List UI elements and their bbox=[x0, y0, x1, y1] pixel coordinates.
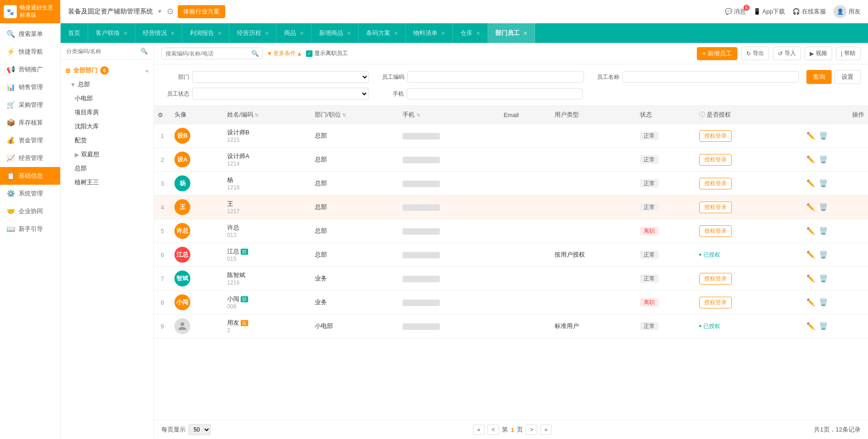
notification-section[interactable]: 💬 6 消息 bbox=[725, 7, 746, 16]
emp-name-input[interactable] bbox=[622, 71, 799, 83]
edit-icon[interactable]: ✏️ bbox=[806, 132, 815, 140]
tab-operations-status[interactable]: 经营情况 ✕ bbox=[135, 23, 182, 43]
search-input[interactable] bbox=[166, 50, 250, 57]
sidebar-item-sales[interactable]: 📊 销售管理 bbox=[0, 78, 60, 96]
edit-icon[interactable]: ✏️ bbox=[806, 179, 815, 188]
edit-icon[interactable]: ✏️ bbox=[806, 155, 815, 164]
sidebar-item-system[interactable]: ⚙️ 系统管理 bbox=[0, 185, 60, 202]
sidebar-item-operations[interactable]: 📈 经营管理 bbox=[0, 149, 60, 167]
delete-icon[interactable]: 🗑️ bbox=[819, 132, 828, 140]
dept-node-zhishu[interactable]: 植树王三 bbox=[61, 175, 153, 189]
auth-login-button[interactable]: 授权登录 bbox=[699, 202, 732, 213]
delete-icon[interactable]: 🗑️ bbox=[819, 227, 828, 235]
edit-icon[interactable]: ✏️ bbox=[806, 227, 815, 235]
phone-input[interactable] bbox=[407, 88, 583, 99]
settings-col-icon[interactable]: ⚙ bbox=[158, 111, 163, 118]
delete-icon[interactable]: 🗑️ bbox=[819, 322, 828, 330]
tab-close-employees[interactable]: ✕ bbox=[523, 31, 527, 36]
online-service-link[interactable]: 🎧 在线客服 bbox=[792, 7, 826, 16]
dept-node-distribution[interactable]: 配货 bbox=[61, 133, 153, 147]
auth-login-button[interactable]: 授权登录 bbox=[699, 154, 732, 166]
col-dept[interactable]: 部门/职位 ⇅ bbox=[311, 106, 399, 124]
delete-icon[interactable]: 🗑️ bbox=[819, 179, 828, 188]
show-resigned-toggle[interactable]: ✓ 显示离职员工 bbox=[306, 49, 348, 57]
sidebar-item-quick-nav[interactable]: ⚡ 快捷导航 bbox=[0, 43, 60, 61]
auth-login-button[interactable]: 授权登录 bbox=[699, 130, 732, 142]
app-download-link[interactable]: 📱 App下载 bbox=[753, 7, 785, 16]
more-button[interactable]: | 帮助 bbox=[836, 47, 861, 60]
tab-close-operations-status[interactable]: ✕ bbox=[171, 31, 174, 36]
dept-all-header[interactable]: ⊞ 全部部门 6 « bbox=[61, 63, 153, 77]
edit-icon[interactable]: ✏️ bbox=[806, 298, 815, 307]
tab-customer[interactable]: 客户联络 ✕ bbox=[88, 23, 135, 43]
col-settings[interactable]: ⚙ bbox=[154, 106, 171, 124]
trial-button[interactable]: 体验行业方案 bbox=[178, 5, 225, 18]
dept-search-icon[interactable]: 🔍 bbox=[140, 48, 148, 55]
tab-profit[interactable]: 利润报告 ✕ bbox=[182, 23, 229, 43]
tab-close-new-goods[interactable]: ✕ bbox=[347, 31, 351, 36]
delete-icon[interactable]: 🗑️ bbox=[819, 274, 828, 283]
tab-close-goods[interactable]: ✕ bbox=[300, 31, 304, 36]
tab-goods[interactable]: 商品 ✕ bbox=[277, 23, 312, 43]
emp-status-select[interactable] bbox=[192, 88, 368, 100]
sidebar-item-basic-info[interactable]: 📋 基础信息 bbox=[0, 167, 60, 185]
sidebar-item-finance[interactable]: 💰 资金管理 bbox=[0, 132, 60, 149]
last-page-btn[interactable]: » bbox=[540, 425, 552, 435]
auth-login-button[interactable]: 授权登录 bbox=[699, 225, 732, 237]
tab-warehouse[interactable]: 仓库 ✕ bbox=[453, 23, 488, 43]
dept-node-project-store[interactable]: 项目库房 bbox=[61, 105, 153, 119]
sidebar-item-purchase[interactable]: 🛒 采购管理 bbox=[0, 96, 60, 114]
delete-icon[interactable]: 🗑️ bbox=[819, 298, 828, 307]
search-icon[interactable]: 🔍 bbox=[251, 50, 259, 57]
dept-search-input[interactable] bbox=[66, 48, 138, 55]
dept-node-small-elec[interactable]: 小电部 bbox=[61, 91, 153, 105]
tab-close-bom[interactable]: ✕ bbox=[441, 31, 445, 36]
tab-journey[interactable]: 经营历程 ✕ bbox=[229, 23, 277, 43]
more-conditions-btn[interactable]: ▼ 更多条件 ▲ bbox=[267, 49, 302, 57]
dept-node-shenyang[interactable]: 沈阳大库 bbox=[61, 119, 153, 133]
delete-icon[interactable]: 🗑️ bbox=[819, 203, 828, 211]
per-page-select[interactable]: 50 bbox=[188, 424, 211, 435]
tab-employees[interactable]: 部门员工 ✕ bbox=[488, 23, 535, 43]
auth-login-button[interactable]: 授权登录 bbox=[699, 273, 732, 285]
tab-close-profit[interactable]: ✕ bbox=[218, 31, 222, 36]
dropdown-icon[interactable]: ▼ bbox=[157, 8, 163, 15]
delete-icon[interactable]: 🗑️ bbox=[819, 155, 828, 164]
delete-icon[interactable]: 🗑️ bbox=[819, 251, 828, 259]
edit-icon[interactable]: ✏️ bbox=[806, 251, 815, 259]
edit-icon[interactable]: ✏️ bbox=[806, 203, 815, 211]
emp-code-input[interactable] bbox=[407, 71, 584, 83]
tab-barcode[interactable]: 条码方案 ✕ bbox=[359, 23, 406, 43]
sidebar-item-search-menu[interactable]: 🔍 搜索菜单 bbox=[0, 25, 60, 43]
auth-login-button[interactable]: 授权登录 bbox=[699, 178, 732, 189]
tab-home[interactable]: 首页 bbox=[61, 23, 88, 43]
tab-close-warehouse[interactable]: ✕ bbox=[476, 31, 480, 36]
col-name[interactable]: 姓名/编码 ⇅ bbox=[223, 106, 311, 124]
auth-login-button[interactable]: 授权登录 bbox=[699, 297, 732, 308]
first-page-btn[interactable]: « bbox=[473, 425, 485, 435]
sidebar-item-guide[interactable]: 📖 新手引导 bbox=[0, 220, 60, 238]
query-button[interactable]: 查询 bbox=[806, 70, 832, 84]
tab-close-customer[interactable]: ✕ bbox=[124, 31, 127, 36]
sidebar-item-inventory[interactable]: 📦 库存核算 bbox=[0, 114, 60, 132]
dept-node-hq2[interactable]: 总部 bbox=[61, 161, 153, 175]
user-menu[interactable]: 👤 用友 bbox=[833, 5, 861, 18]
next-page-btn[interactable]: > bbox=[526, 425, 537, 435]
sidebar-item-enterprise[interactable]: 🤝 企业协同 bbox=[0, 202, 60, 220]
video-button[interactable]: ▶ 视频 bbox=[805, 47, 832, 60]
sidebar-item-marketing[interactable]: 📢 营销推广 bbox=[0, 61, 60, 78]
dept-node-shuangting[interactable]: ▶ 双庭想 bbox=[61, 147, 153, 161]
edit-icon[interactable]: ✏️ bbox=[806, 274, 815, 283]
tab-new-goods[interactable]: 新增商品 ✕ bbox=[312, 23, 359, 43]
dept-node-headquarters[interactable]: ▼ 总部 bbox=[61, 77, 153, 91]
dept-filter-select[interactable] bbox=[192, 71, 369, 83]
tab-bom[interactable]: 物料清单 ✕ bbox=[406, 23, 453, 43]
col-phone[interactable]: 手机 ⇅ bbox=[399, 106, 500, 124]
tab-close-journey[interactable]: ✕ bbox=[265, 31, 269, 36]
settings-button[interactable]: 设置 bbox=[834, 70, 861, 84]
prev-page-btn[interactable]: < bbox=[487, 425, 499, 435]
export-button[interactable]: ↻ 导出 bbox=[741, 47, 769, 60]
tab-close-barcode[interactable]: ✕ bbox=[394, 31, 398, 36]
collapse-icon[interactable]: « bbox=[146, 67, 149, 74]
add-employee-button[interactable]: + 新增员工 bbox=[697, 47, 737, 60]
